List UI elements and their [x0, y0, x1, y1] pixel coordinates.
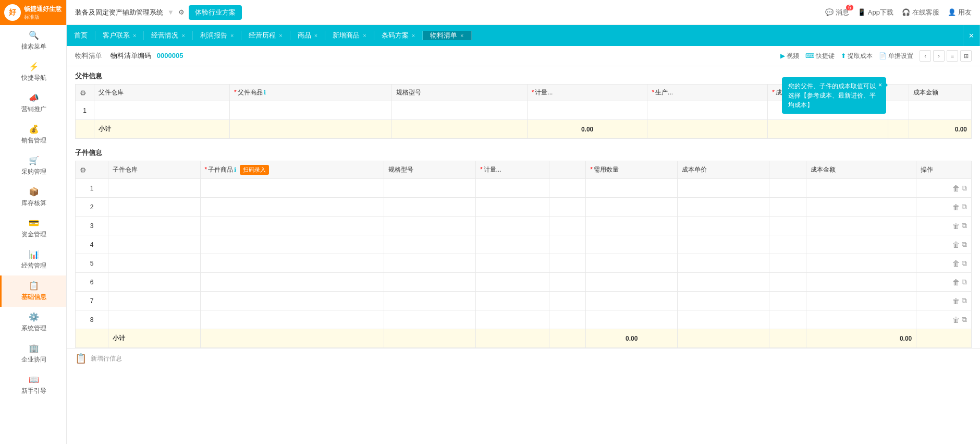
parent-cell-product[interactable]	[230, 101, 392, 120]
parent-cell-production[interactable]	[647, 101, 768, 120]
child-cell-unit-cost[interactable]	[678, 310, 769, 329]
copy-icon[interactable]: ⧉	[962, 315, 967, 324]
delete-icon[interactable]: 🗑	[952, 184, 960, 193]
list-view-btn[interactable]: ≡	[947, 50, 958, 62]
shortcut-action[interactable]: ⌨ 快捷键	[805, 52, 835, 61]
extract-cost-action[interactable]: ⬆ 提取成本	[841, 52, 873, 61]
copy-icon[interactable]: ⧉	[962, 202, 967, 211]
sidebar-item-sales[interactable]: 💰销售管理	[0, 119, 66, 150]
tooltip-close-btn[interactable]: ×	[878, 80, 882, 90]
sidebar-item-inventory[interactable]: 📦库存核算	[0, 182, 66, 213]
child-cell-unit-cost[interactable]	[678, 292, 769, 310]
child-settings-gear-icon[interactable]: ⚙	[80, 166, 87, 174]
tab-close-icon[interactable]: ×	[460, 32, 463, 39]
delete-icon[interactable]: 🗑	[952, 203, 960, 211]
single-setting-action[interactable]: 📄 单据设置	[879, 52, 913, 61]
user-btn[interactable]: 👤 用友	[948, 8, 972, 17]
prev-page-btn[interactable]: ‹	[920, 50, 931, 62]
child-cell-product[interactable]	[200, 198, 384, 217]
child-cell-warehouse[interactable]	[108, 292, 200, 310]
close-tab-btn[interactable]: ✕	[963, 25, 980, 46]
child-cell-warehouse[interactable]	[108, 254, 200, 273]
copy-icon[interactable]: ⧉	[962, 259, 967, 268]
child-cell-warehouse[interactable]	[108, 179, 200, 198]
nav-tab-新增商品[interactable]: 新增商品×	[325, 31, 374, 40]
nav-tab-首页[interactable]: 首页	[67, 31, 95, 40]
parent-cell-warehouse[interactable]	[94, 101, 230, 120]
sidebar-item-purchase[interactable]: 🛒采购管理	[0, 150, 66, 182]
child-cell-qty[interactable]	[586, 179, 678, 198]
child-cell-warehouse[interactable]	[108, 310, 200, 329]
child-cell-product[interactable]	[200, 217, 384, 235]
child-cell-warehouse[interactable]	[108, 217, 200, 235]
child-cell-unit[interactable]	[475, 273, 549, 292]
sidebar-item-search[interactable]: 🔍搜索菜单	[0, 25, 66, 56]
child-cell-spec[interactable]	[384, 198, 475, 217]
grid-view-btn[interactable]: ⊞	[960, 50, 972, 62]
tab-close-icon[interactable]: ×	[412, 32, 415, 39]
tab-close-icon[interactable]: ×	[181, 32, 185, 39]
child-cell-qty[interactable]	[586, 198, 678, 217]
delete-icon[interactable]: 🗑	[952, 222, 960, 230]
nav-tab-经营历程[interactable]: 经营历程×	[241, 31, 290, 40]
child-cell-unit[interactable]	[475, 198, 549, 217]
child-cell-product[interactable]	[200, 292, 384, 310]
sidebar-item-system[interactable]: ⚙️系统管理	[0, 307, 66, 338]
online-service-btn[interactable]: 🎧 在线客服	[902, 8, 939, 17]
delete-icon[interactable]: 🗑	[952, 241, 960, 249]
child-cell-unit[interactable]	[475, 235, 549, 254]
parent-cell-unit[interactable]	[527, 101, 647, 120]
child-cell-unit-cost[interactable]	[678, 254, 769, 273]
child-cell-spec[interactable]	[384, 310, 475, 329]
sidebar-item-quick-nav[interactable]: ⚡快捷导航	[0, 56, 66, 88]
view-action[interactable]: ▶ 视频	[780, 52, 799, 61]
sidebar-item-basic-info[interactable]: 📋基础信息	[0, 275, 66, 307]
copy-icon[interactable]: ⧉	[962, 221, 967, 230]
tab-close-icon[interactable]: ×	[363, 32, 366, 39]
settings-gear-icon[interactable]: ⚙	[80, 89, 87, 97]
copy-icon[interactable]: ⧉	[962, 184, 967, 193]
delete-icon[interactable]: 🗑	[952, 259, 960, 268]
child-cell-product[interactable]	[200, 273, 384, 292]
messages-btn[interactable]: 💬 消息 6	[825, 8, 849, 17]
child-cell-product[interactable]	[200, 179, 384, 198]
parent-cell-spec[interactable]	[391, 101, 527, 120]
child-cell-unit-cost[interactable]	[678, 198, 769, 217]
child-cell-unit[interactable]	[475, 310, 549, 329]
scan-input-btn[interactable]: 扫码录入	[240, 165, 269, 175]
app-download-btn[interactable]: 📱 App下载	[858, 8, 893, 17]
sidebar-item-operations[interactable]: 📊经营管理	[0, 244, 66, 275]
nav-tab-物料清单[interactable]: 物料清单×	[423, 31, 471, 40]
child-cell-spec[interactable]	[384, 292, 475, 310]
child-cell-spec[interactable]	[384, 217, 475, 235]
child-cell-product[interactable]	[200, 310, 384, 329]
next-page-btn[interactable]: ›	[933, 50, 945, 62]
delete-icon[interactable]: 🗑	[952, 316, 960, 324]
delete-icon[interactable]: 🗑	[952, 278, 960, 286]
sidebar-item-marketing[interactable]: 📣营销推广	[0, 88, 66, 119]
tab-close-icon[interactable]: ×	[279, 32, 282, 39]
child-cell-spec[interactable]	[384, 273, 475, 292]
copy-icon[interactable]: ⧉	[962, 278, 967, 286]
child-cell-unit[interactable]	[475, 254, 549, 273]
child-cell-product[interactable]	[200, 254, 384, 273]
child-cell-warehouse[interactable]	[108, 235, 200, 254]
trial-button[interactable]: 体验行业方案	[189, 5, 242, 20]
add-row-text[interactable]: 新增行信息	[91, 354, 122, 363]
nav-tab-条码方案[interactable]: 条码方案×	[374, 31, 423, 40]
nav-tab-商品[interactable]: 商品×	[290, 31, 325, 40]
nav-tab-经营情况[interactable]: 经营情况×	[144, 31, 192, 40]
settings-icon[interactable]: ⚙	[178, 8, 185, 16]
child-cell-spec[interactable]	[384, 179, 475, 198]
child-cell-unit[interactable]	[475, 217, 549, 235]
child-cell-qty[interactable]	[586, 217, 678, 235]
delete-icon[interactable]: 🗑	[952, 297, 960, 305]
nav-tab-客户联系[interactable]: 客户联系×	[95, 31, 144, 40]
child-cell-unit-cost[interactable]	[678, 179, 769, 198]
tab-close-icon[interactable]: ×	[314, 32, 317, 39]
nav-tab-利润报告[interactable]: 利润报告×	[193, 31, 241, 40]
child-cell-qty[interactable]	[586, 235, 678, 254]
child-cell-warehouse[interactable]	[108, 273, 200, 292]
child-cell-qty[interactable]	[586, 292, 678, 310]
child-cell-qty[interactable]	[586, 273, 678, 292]
